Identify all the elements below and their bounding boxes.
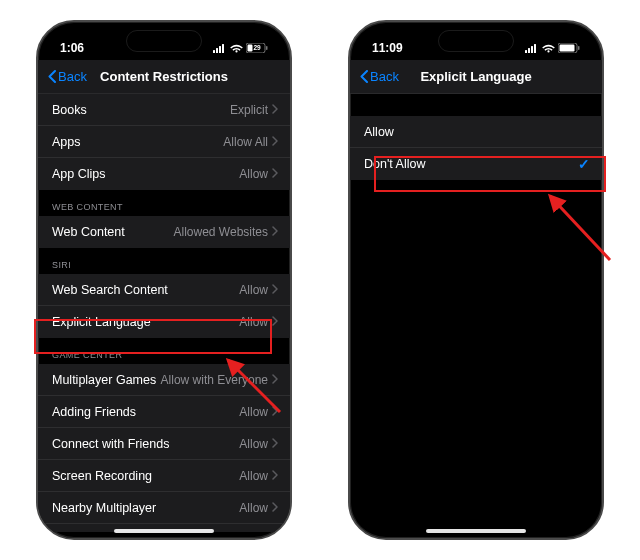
checkmark-icon: ✓ xyxy=(578,156,590,172)
row-value-container: Allow xyxy=(239,501,278,515)
row-label: Books xyxy=(52,103,87,117)
settings-content[interactable]: AllowDon't Allow✓ xyxy=(350,94,602,532)
svg-rect-2 xyxy=(219,46,221,53)
row-value-container: Allow xyxy=(239,283,278,297)
row-value: Allow All xyxy=(223,135,268,149)
row-label: Web Content xyxy=(52,225,125,239)
row-label: Connect with Friends xyxy=(52,437,169,451)
page-title: Content Restrictions xyxy=(100,69,228,84)
svg-rect-5 xyxy=(248,45,253,52)
svg-text:29: 29 xyxy=(253,44,261,51)
wifi-icon xyxy=(542,44,555,53)
chevron-right-icon xyxy=(272,405,278,419)
settings-row[interactable]: Screen RecordingAllow xyxy=(38,460,290,492)
status-indicators xyxy=(525,43,580,53)
row-value: Explicit xyxy=(230,103,268,117)
battery-icon: 29 xyxy=(246,43,268,53)
row-value: Allow xyxy=(239,437,268,451)
row-label: Apps xyxy=(52,135,81,149)
chevron-left-icon xyxy=(48,70,56,83)
chevron-left-icon xyxy=(360,70,368,83)
row-label: Multiplayer Games xyxy=(52,373,156,387)
svg-rect-1 xyxy=(216,48,218,53)
svg-rect-10 xyxy=(531,46,533,53)
chevron-right-icon xyxy=(272,373,278,387)
back-button[interactable]: Back xyxy=(360,69,399,84)
row-value: Allow xyxy=(239,501,268,515)
row-value-container: Allow All xyxy=(223,135,278,149)
signal-icon xyxy=(213,44,227,53)
row-value-container: Allow xyxy=(239,437,278,451)
battery-icon xyxy=(558,43,580,53)
settings-row[interactable]: Connect with FriendsAllow xyxy=(38,428,290,460)
row-value-container: Explicit xyxy=(230,103,278,117)
row-label: Web Search Content xyxy=(52,283,168,297)
row-value: Allow xyxy=(239,167,268,181)
row-value: Allow with Everyone xyxy=(161,373,268,387)
settings-group: BooksExplicitAppsAllow AllApp ClipsAllow xyxy=(38,94,290,190)
settings-row[interactable]: Web ContentAllowed Websites xyxy=(38,216,290,248)
row-value: Allow xyxy=(239,405,268,419)
home-indicator[interactable] xyxy=(426,529,526,533)
row-value-container: ✓ xyxy=(578,156,590,172)
dynamic-island xyxy=(438,30,514,52)
settings-row[interactable]: App ClipsAllow xyxy=(38,158,290,190)
back-label: Back xyxy=(58,69,87,84)
row-value: Allow xyxy=(239,283,268,297)
row-value-container: Allow xyxy=(239,405,278,419)
row-label: Allow xyxy=(364,125,394,139)
phone-left: 1:06 29 Back Content Restrictions BooksE… xyxy=(36,20,292,540)
row-value: Allow xyxy=(239,315,268,329)
settings-row[interactable]: Adding FriendsAllow xyxy=(38,396,290,428)
chevron-right-icon xyxy=(272,315,278,329)
row-value-container: Allowed Websites xyxy=(174,225,279,239)
chevron-right-icon xyxy=(272,283,278,297)
svg-rect-8 xyxy=(525,50,527,53)
settings-group: Multiplayer GamesAllow with EveryoneAddi… xyxy=(38,364,290,532)
back-button[interactable]: Back xyxy=(48,69,87,84)
settings-content[interactable]: BooksExplicitAppsAllow AllApp ClipsAllow… xyxy=(38,94,290,532)
settings-row[interactable]: Explicit LanguageAllow xyxy=(38,306,290,338)
signal-icon xyxy=(525,44,539,53)
svg-rect-0 xyxy=(213,50,215,53)
settings-row[interactable]: Don't Allow✓ xyxy=(350,148,602,180)
settings-row[interactable]: Nearby MultiplayerAllow xyxy=(38,492,290,524)
settings-row[interactable]: Allow xyxy=(350,116,602,148)
row-label: Don't Allow xyxy=(364,157,425,171)
row-value-container: Allow xyxy=(239,167,278,181)
svg-rect-14 xyxy=(578,46,580,50)
settings-group: AllowDon't Allow✓ xyxy=(350,116,602,180)
row-label: App Clips xyxy=(52,167,106,181)
row-label: Adding Friends xyxy=(52,405,136,419)
chevron-right-icon xyxy=(272,135,278,149)
svg-rect-3 xyxy=(222,44,224,53)
row-label: Nearby Multiplayer xyxy=(52,501,156,515)
chevron-right-icon xyxy=(272,225,278,239)
dynamic-island xyxy=(126,30,202,52)
chevron-right-icon xyxy=(272,469,278,483)
settings-row[interactable]: BooksExplicit xyxy=(38,94,290,126)
back-label: Back xyxy=(370,69,399,84)
settings-group: Web ContentAllowed Websites xyxy=(38,216,290,248)
row-value: Allow xyxy=(239,469,268,483)
chevron-right-icon xyxy=(272,103,278,117)
status-time: 1:06 xyxy=(60,41,84,55)
nav-bar: Back Explicit Language xyxy=(350,60,602,94)
chevron-right-icon xyxy=(272,437,278,451)
settings-row[interactable]: Multiplayer GamesAllow with Everyone xyxy=(38,364,290,396)
nav-bar: Back Content Restrictions xyxy=(38,60,290,94)
status-indicators: 29 xyxy=(213,43,268,53)
settings-row[interactable]: AppsAllow All xyxy=(38,126,290,158)
home-indicator[interactable] xyxy=(114,529,214,533)
group-header: WEB CONTENT xyxy=(38,190,290,216)
row-value-container: Allow xyxy=(239,469,278,483)
phone-right: 11:09 Back Explicit Language AllowDon't … xyxy=(348,20,604,540)
row-value: Allowed Websites xyxy=(174,225,269,239)
row-value-container: Allow xyxy=(239,315,278,329)
svg-rect-6 xyxy=(266,46,268,50)
status-time: 11:09 xyxy=(372,41,403,55)
settings-row[interactable]: Web Search ContentAllow xyxy=(38,274,290,306)
svg-rect-9 xyxy=(528,48,530,53)
row-label: Explicit Language xyxy=(52,315,151,329)
group-header: SIRI xyxy=(38,248,290,274)
